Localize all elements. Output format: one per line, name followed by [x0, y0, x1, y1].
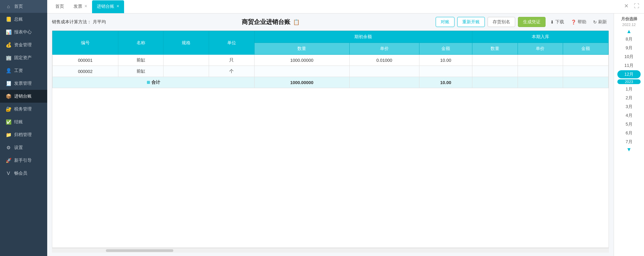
col-header-id: 编号: [53, 31, 118, 55]
sidebar-label-home: 首页: [14, 3, 23, 9]
sidebar-icon-funds: 💰: [5, 42, 11, 48]
sidebar-item-fixed-assets[interactable]: 🏢固定资产: [0, 51, 47, 64]
total-amount2: [563, 77, 609, 88]
download-button[interactable]: ⬇ 下载: [548, 17, 566, 27]
month-item-2022-8月[interactable]: 8月: [614, 35, 644, 44]
table-wrapper: 编号 名称 规格 单位 期初余额 本期入库 数量 单价 金额 数量: [52, 30, 609, 248]
month-item-2023-7月[interactable]: 7月: [614, 137, 644, 146]
tab-invoice[interactable]: 发票✕: [69, 0, 92, 13]
sidebar-item-payroll[interactable]: 👤工资: [0, 64, 47, 77]
month-item-2023-6月[interactable]: 6月: [614, 129, 644, 137]
sidebar-item-guide[interactable]: 🚀新手引导: [0, 154, 47, 167]
cell-price1: 0.01000: [349, 55, 419, 66]
main-area: 首页发票✕进销台账✕ ✕ ⛶ 销售成本计算方法： 月平均 商贸企业进销台账 📋 …: [47, 0, 644, 256]
sidebar-label-member: 畅会员: [14, 170, 27, 176]
cell-amount2: [563, 55, 609, 66]
tab-close-invoice[interactable]: ✕: [84, 4, 87, 8]
col-header-name: 名称: [118, 31, 164, 55]
cell-amount1: [419, 66, 472, 77]
col-header-unit: 单位: [209, 31, 254, 55]
sidebar-item-ledger[interactable]: 📒总账: [0, 13, 47, 26]
tab-close-purchase-sale[interactable]: ✕: [116, 4, 119, 8]
table-total-row: ⊞ 合计 1000.00000 10.00: [53, 77, 609, 88]
sidebar-icon-settings: ⚙: [5, 145, 11, 150]
month-item-2023-1月[interactable]: 1月: [614, 85, 644, 94]
table-header-row: 编号 名称 规格 单位 期初余额 本期入库: [53, 31, 609, 43]
sidebar-icon-member: V: [5, 171, 11, 176]
sidebar-icon-home: ⌂: [5, 4, 11, 9]
sidebar-icon-purchase-sale: 📦: [5, 94, 11, 99]
month-item-2023-3月[interactable]: 3月: [614, 102, 644, 111]
cell-id: 000002: [53, 66, 118, 77]
cell-name: 前缸: [118, 66, 164, 77]
sidebar-item-closing[interactable]: ✅结账: [0, 116, 47, 128]
month-item-2023-2月[interactable]: 2月: [614, 94, 644, 102]
generate-voucher-button[interactable]: 生成凭证: [518, 17, 546, 27]
cell-amount1: 10.00: [419, 55, 472, 66]
cell-qty1: 1000.00000: [254, 55, 349, 66]
download-label: 下载: [555, 19, 564, 25]
sidebar-label-fixed-assets: 固定资产: [14, 55, 32, 61]
cell-qty2: [472, 55, 518, 66]
save-alias-button[interactable]: 存货别名: [488, 17, 515, 27]
sidebar-icon-invoice-mgmt: 🧾: [5, 81, 11, 86]
refresh-button[interactable]: ↻ 刷新: [591, 17, 609, 27]
cell-price1: [349, 66, 419, 77]
sub-col-qty1: 数量: [254, 43, 349, 55]
help-icon: ❓: [571, 20, 576, 25]
tab-home[interactable]: 首页: [51, 0, 69, 13]
sidebar-label-closing: 结账: [14, 119, 23, 125]
reconcile-button[interactable]: 对账: [436, 17, 455, 27]
sidebar-item-purchase-sale[interactable]: 📦进销台账: [0, 90, 47, 103]
table-row: 000001 前缸 只 1000.00000 0.01000 10.00: [53, 55, 609, 66]
cell-unit: 个: [209, 66, 254, 77]
month-item-2022-11月[interactable]: 11月: [614, 61, 644, 70]
month-item-2022-12月[interactable]: 12月: [617, 70, 641, 78]
content-area: 销售成本计算方法： 月平均 商贸企业进销台账 📋 对账 重新开账 存货别名 生成…: [47, 14, 644, 256]
tab-label-home: 首页: [55, 3, 64, 9]
help-button[interactable]: ❓ 帮助: [569, 17, 588, 27]
maximize-window-button[interactable]: ⛶: [633, 2, 641, 10]
sidebar-icon-payroll: 👤: [5, 68, 11, 73]
sidebar-icon-ledger: 📒: [5, 17, 11, 22]
sidebar-item-settings[interactable]: ⚙设置: [0, 141, 47, 154]
total-price1: [349, 77, 419, 88]
sidebar-icon-tax: 🔐: [5, 106, 11, 112]
refresh-label: 刷新: [598, 19, 607, 25]
total-price2: [518, 77, 563, 88]
sidebar-item-tax[interactable]: 🔐税务管理: [0, 103, 47, 116]
title-info-icon[interactable]: 📋: [293, 19, 300, 25]
tab-label-invoice: 发票: [74, 3, 82, 9]
month-nav-down-button[interactable]: ▼: [614, 146, 644, 153]
sidebar-label-purchase-sale: 进销台账: [14, 93, 32, 99]
sidebar-item-reports[interactable]: 📊报表中心: [0, 26, 47, 39]
sidebar-item-home[interactable]: ⌂首页: [0, 0, 47, 13]
sidebar-label-payroll: 工资: [14, 68, 23, 74]
sidebar-icon-closing: ✅: [5, 119, 11, 125]
close-window-button[interactable]: ✕: [623, 2, 630, 10]
refresh-icon: ↻: [593, 20, 597, 25]
month-item-2022-9月[interactable]: 9月: [614, 44, 644, 52]
total-label-cell: ⊞ 合计: [53, 77, 255, 88]
cell-price2: [518, 55, 563, 66]
help-label: 帮助: [578, 19, 586, 25]
sidebar-item-member[interactable]: V畅会员: [0, 167, 47, 180]
sidebar-label-tax: 税务管理: [14, 106, 32, 112]
cell-id: 000001: [53, 55, 118, 66]
sidebar-item-invoice-mgmt[interactable]: 🧾发票管理: [0, 77, 47, 90]
sidebar-item-funds[interactable]: 💰资金管理: [0, 39, 47, 51]
tab-purchase-sale[interactable]: 进销台账✕: [92, 0, 124, 13]
sub-col-price2: 单价: [518, 43, 563, 55]
month-nav-up-button[interactable]: ▲: [614, 28, 644, 35]
sidebar-item-archive[interactable]: 📁归档管理: [0, 128, 47, 141]
month-item-2022-10月[interactable]: 10月: [614, 52, 644, 61]
cell-unit: 只: [209, 55, 254, 66]
month-item-2023-5月[interactable]: 5月: [614, 120, 644, 129]
sub-col-qty2: 数量: [472, 43, 518, 55]
month-item-2023-4月[interactable]: 4月: [614, 111, 644, 120]
bottom-scrollbar[interactable]: [52, 248, 609, 253]
reopen-button[interactable]: 重新开账: [457, 17, 485, 27]
cell-spec: [164, 55, 209, 66]
month-panel: 月份选择 2022.12 ▲ 8月9月10月11月12月 2023 1月2月3月…: [614, 14, 644, 256]
sidebar-icon-reports: 📊: [5, 29, 11, 35]
